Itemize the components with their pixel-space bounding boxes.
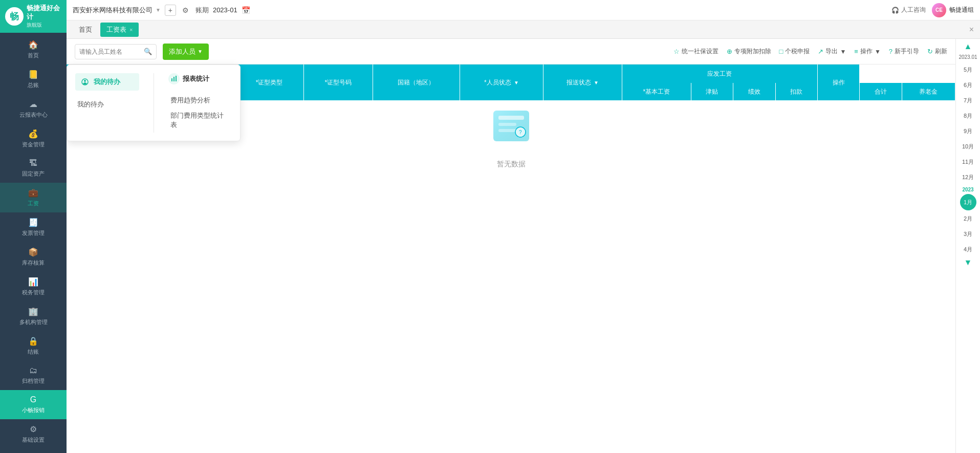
sidebar-item-closing-label: 结账 (28, 348, 39, 356)
sidebar-navigation: 🏠 首页 📒 总账 ☁ 云报表中心 💰 资金管理 🏗 固定资产 💼 工资 🧾 发… (0, 33, 67, 453)
popup-item-dept-expense[interactable]: 部门费用类型统计表 (168, 108, 232, 133)
sidebar-item-archive-label: 归档管理 (22, 377, 45, 385)
sidebar-item-fixed-assets[interactable]: 🏗 固定资产 (0, 154, 67, 183)
sidebar-item-payroll-label: 工资 (28, 200, 39, 207)
inventory-icon: 📦 (28, 247, 38, 257)
popup-col-my-tasks-header[interactable]: 我的待办 (75, 73, 139, 91)
logo-text-block: 畅捷通好会计 旗舰版 (27, 4, 61, 29)
sidebar-item-ledger-label: 总账 (28, 81, 39, 89)
period-value: 2023-01 (213, 6, 237, 14)
sidebar-item-ledger[interactable]: 📒 总账 (0, 64, 67, 94)
invoice-icon: 🧾 (28, 218, 38, 227)
popup-item-my-tasks[interactable]: 我的待办 (75, 97, 139, 112)
company-selector[interactable]: 西安虾米网络科技有限公司 ▼ (73, 6, 161, 15)
tab-bar: 首页 工资表 × × (67, 20, 980, 39)
topbar-settings-button[interactable]: ⚙ (180, 5, 191, 16)
popup-item-dept-expense-label: 部门费用类型统计表 (170, 112, 224, 128)
tab-home-label: 首页 (79, 25, 92, 34)
popup-item-my-tasks-label: 我的待办 (77, 100, 104, 108)
sidebar-item-tax[interactable]: 📊 税务管理 (0, 272, 67, 301)
tab-home[interactable]: 首页 (73, 23, 98, 37)
popup-col-reports-header[interactable]: 报表统计 (168, 73, 232, 87)
home-icon: 🏠 (28, 40, 38, 50)
fixed-assets-icon: 🏗 (29, 159, 37, 168)
logo-sub: 旗舰版 (27, 21, 61, 29)
company-dropdown-arrow: ▼ (156, 7, 161, 13)
content-area: 🔍 添加人员 ▼ ☆ 统一社保设置 ⊕ 专项附加扣除 □ (67, 39, 980, 453)
app-logo[interactable]: 畅 畅捷通好会计 旗舰版 (0, 0, 67, 33)
multi-org-icon: 🏢 (28, 307, 38, 316)
topbar-right: 🎧 人工咨询 CE 畅捷通组 (891, 3, 974, 17)
tab-payroll-close[interactable]: × (129, 27, 133, 33)
reports-icon (168, 73, 180, 84)
archive-icon: 🗂 (29, 366, 37, 375)
sidebar-item-tax-label: 税务管理 (22, 289, 45, 296)
sidebar-item-closing[interactable]: 🔒 结账 (0, 331, 67, 361)
sidebar-item-archive[interactable]: 🗂 归档管理 (0, 361, 67, 390)
svg-rect-8 (171, 78, 172, 81)
topbar-add-button[interactable]: + (165, 5, 176, 16)
sidebar-item-fund[interactable]: 💰 资金管理 (0, 124, 67, 154)
fund-icon: 💰 (28, 129, 38, 139)
sidebar-item-cloud-label: 云报表中心 (19, 111, 48, 119)
user-avatar: CE (932, 3, 946, 17)
sidebar-item-basic-settings[interactable]: ⚙ 基础设置 (0, 419, 67, 449)
basic-settings-icon: ⚙ (30, 424, 37, 434)
tab-payroll[interactable]: 工资表 × (100, 23, 139, 37)
sidebar-item-home[interactable]: 🏠 首页 (0, 35, 67, 64)
popup-divider (154, 73, 154, 133)
closing-icon: 🔒 (28, 336, 38, 346)
svg-rect-9 (173, 77, 175, 81)
sidebar-item-payroll[interactable]: 💼 工资 (0, 183, 67, 212)
sidebar-item-new-guide[interactable]: ▶ 新手引导 (0, 449, 67, 453)
popup-item-expense-trend[interactable]: 费用趋势分析 (168, 93, 232, 108)
popup-item-expense-trend-label: 费用趋势分析 (170, 96, 210, 104)
popup-menu: 我的待办 我的待办 报表统计 (67, 64, 241, 141)
cloud-icon: ☁ (29, 99, 37, 109)
sidebar-item-fixed-assets-label: 固定资产 (22, 170, 45, 178)
payroll-icon: 💼 (28, 188, 38, 198)
popup-section: 我的待办 我的待办 报表统计 (75, 73, 232, 133)
sidebar: 畅 畅捷通好会计 旗舰版 🏠 首页 📒 总账 ☁ 云报表中心 💰 资金管理 🏗 … (0, 0, 67, 453)
customer-service-label: 人工咨询 (901, 6, 926, 14)
user-name: 畅捷通组 (949, 6, 974, 14)
popup-col-my-tasks: 我的待办 我的待办 (75, 73, 139, 133)
popup-col-reports: 报表统计 费用趋势分析 部门费用类型统计表 (168, 73, 232, 133)
tab-payroll-label: 工资表 (106, 25, 126, 34)
my-tasks-header-label: 我的待办 (94, 77, 120, 87)
logo-icon: 畅 (5, 7, 24, 26)
sidebar-item-inventory-label: 库存核算 (22, 259, 45, 267)
popup-overlay: 我的待办 我的待办 报表统计 (67, 39, 980, 453)
svg-rect-10 (176, 76, 177, 81)
sidebar-item-multi-org[interactable]: 🏢 多机构管理 (0, 301, 67, 331)
sidebar-item-multi-org-label: 多机构管理 (19, 318, 48, 326)
sidebar-item-invoice-label: 发票管理 (22, 229, 45, 237)
sidebar-item-invoice[interactable]: 🧾 发票管理 (0, 212, 67, 242)
headphone-icon: 🎧 (891, 7, 899, 14)
user-info[interactable]: CE 畅捷通组 (932, 3, 974, 17)
company-name: 西安虾米网络科技有限公司 (73, 6, 153, 15)
logo-title: 畅捷通好会计 (27, 4, 61, 21)
calendar-icon[interactable]: 📅 (242, 6, 250, 14)
tab-bar-close-button[interactable]: × (969, 25, 974, 34)
my-tasks-icon (79, 76, 91, 88)
sidebar-item-home-label: 首页 (28, 52, 39, 59)
ledger-icon: 📒 (28, 70, 38, 79)
sidebar-item-xiao-chang-label: 小畅报销 (22, 406, 45, 414)
main-content: 西安虾米网络科技有限公司 ▼ + ⚙ 账期 2023-01 📅 🎧 人工咨询 C… (67, 0, 980, 453)
reports-header-label: 报表统计 (183, 74, 209, 83)
sidebar-item-xiao-chang-xiao[interactable]: G 小畅报销 (0, 390, 67, 419)
sidebar-item-cloud-report[interactable]: ☁ 云报表中心 (0, 94, 67, 124)
sidebar-item-fund-label: 资金管理 (22, 141, 45, 148)
customer-service-button[interactable]: 🎧 人工咨询 (891, 6, 926, 14)
sidebar-item-inventory[interactable]: 📦 库存核算 (0, 242, 67, 272)
period-label: 账期 (195, 6, 209, 15)
svg-point-7 (84, 80, 86, 82)
tax-icon: 📊 (28, 277, 38, 287)
xiao-chang-icon: G (30, 395, 36, 404)
topbar: 西安虾米网络科技有限公司 ▼ + ⚙ 账期 2023-01 📅 🎧 人工咨询 C… (67, 0, 980, 20)
sidebar-item-basic-settings-label: 基础设置 (22, 436, 45, 444)
